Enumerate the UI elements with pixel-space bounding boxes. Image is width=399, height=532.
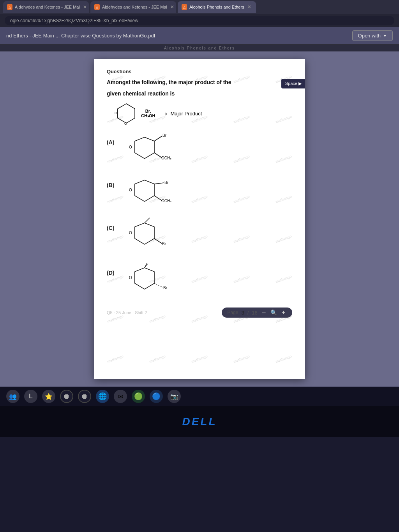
- svg-line-14: [154, 183, 164, 184]
- svg-marker-11: [135, 180, 154, 201]
- reagent-line2: CH₃OH: [141, 113, 155, 118]
- taskbar-icon-blue[interactable]: 🔵: [150, 390, 163, 403]
- tab-2-close[interactable]: ✕: [169, 4, 175, 10]
- tab-1[interactable]: △ Aldehydes and Ketones - JEE Mai ✕: [3, 1, 89, 13]
- question-text-line2: given chemical reaction is: [107, 90, 292, 98]
- address-text: ogle.com/file/d/1xjqhBSzF29QZVmXQ2IF85-X…: [10, 18, 138, 23]
- option-d-label: (D): [107, 262, 118, 276]
- l-icon: L: [29, 393, 33, 400]
- svg-marker-4: [135, 137, 154, 159]
- tab-3-close[interactable]: ✕: [247, 4, 252, 10]
- option-c-label: (C): [107, 217, 118, 231]
- option-b-svg: O Br OCH₃: [123, 174, 174, 209]
- question-text-line1: Amongst the following, the major product…: [107, 78, 292, 87]
- edge-icon: 🌐: [98, 392, 107, 401]
- option-c-svg: O OCH₃ Br: [123, 217, 174, 254]
- option-d-svg: O OCH₃ Br: [123, 262, 174, 299]
- camera-icon: 📷: [170, 393, 178, 400]
- taskbar-icon-green[interactable]: 🟢: [132, 390, 145, 403]
- tab-2[interactable]: △ Aldehydes and Ketones - JEE Mai ✕: [90, 1, 176, 13]
- options-grid: (A) O Br OCH₃: [107, 131, 292, 300]
- wm-cell: mathongo: [215, 293, 268, 345]
- svg-text:O: O: [124, 122, 127, 125]
- pdf-subtitle: Alcohols Phenols and Ethers: [164, 46, 235, 50]
- section-label: Questions: [107, 69, 292, 74]
- svg-text:O: O: [129, 231, 132, 235]
- circle2-icon: ⏺: [81, 392, 88, 401]
- tab-1-close[interactable]: ✕: [82, 4, 88, 10]
- page-label: Page: [227, 310, 238, 315]
- tab-2-icon: △: [94, 4, 100, 10]
- question-text-bold: Amongst the following, the major product…: [107, 79, 231, 85]
- svg-marker-18: [135, 223, 154, 244]
- svg-text:O: O: [129, 188, 132, 192]
- taskbar-icon-l[interactable]: L: [24, 390, 37, 403]
- taskbar-icon-edge[interactable]: 🌐: [96, 390, 109, 403]
- open-with-label: Open with: [358, 33, 381, 39]
- tab-1-label: Aldehydes and Ketones - JEE Mai: [15, 5, 80, 9]
- open-with-button[interactable]: Open with ▼: [352, 30, 393, 41]
- svg-marker-0: [118, 104, 135, 123]
- users-icon: 👥: [9, 393, 17, 400]
- page-nav: Page 3 / 16 – 🔍 +: [222, 308, 292, 318]
- taskbar-icon-star[interactable]: ⭐: [42, 390, 55, 403]
- tab-3-label: Alcohols Phenols and Ethers: [189, 5, 244, 9]
- svg-line-16: [154, 196, 162, 201]
- svg-text:Br: Br: [162, 242, 166, 246]
- svg-line-23: [154, 239, 162, 244]
- address-bar[interactable]: ogle.com/file/d/1xjqhBSzF29QZVmXQ2IF85-X…: [5, 16, 394, 25]
- mail-icon: ✉: [118, 393, 123, 400]
- question-footer-label: Q5 · 25 June · Shift 2: [107, 310, 147, 315]
- option-a-label: (A): [107, 131, 118, 145]
- option-c-structure: O OCH₃ Br: [123, 217, 174, 256]
- svg-line-21: [145, 218, 150, 223]
- star-icon: ⭐: [45, 393, 53, 400]
- svg-text:Br: Br: [164, 180, 169, 185]
- tab-1-icon: △: [7, 4, 12, 10]
- circle1-icon: ⏺: [63, 392, 70, 401]
- space-hint: Space ▶: [281, 79, 305, 88]
- svg-marker-25: [135, 268, 154, 289]
- option-b-label: (B): [107, 174, 118, 188]
- page-total: 16: [252, 310, 257, 316]
- option-a-structure: O Br OCH₃: [123, 131, 174, 168]
- wm-cell: mathongo: [215, 333, 268, 379]
- subtitle-strip: Alcohols Phenols and Ethers: [0, 44, 399, 51]
- svg-line-7: [154, 136, 162, 141]
- option-a-svg: O Br OCH₃: [123, 131, 174, 166]
- page-plus-button[interactable]: +: [280, 309, 287, 316]
- wm-cell: mathongo: [131, 333, 184, 379]
- taskbar-icon-users[interactable]: 👥: [6, 390, 19, 403]
- taskbar: 👥 L ⭐ ⏺ ⏺ 🌐 ✉ 🟢 🔵 📷: [0, 387, 399, 406]
- pdf-title: nd Ethers - JEE Main ... Chapter wise Qu…: [6, 33, 348, 39]
- blue-icon: 🔵: [152, 392, 161, 401]
- reaction-row: O O Br, CH₃OH ⟶ Major Product: [115, 102, 292, 125]
- pdf-viewer: mathongo mathongo mathongo mathongo math…: [0, 51, 399, 387]
- taskbar-icon-camera[interactable]: 📷: [168, 390, 181, 403]
- page-minus-button[interactable]: –: [261, 309, 267, 316]
- tab-3-icon: △: [182, 4, 187, 10]
- taskbar-icon-circle2[interactable]: ⏺: [78, 390, 91, 403]
- page-separator: /: [247, 310, 249, 316]
- green-icon: 🟢: [134, 392, 143, 401]
- option-c-row: (C) O OCH₃ Br: [107, 217, 292, 256]
- svg-text:O: O: [129, 145, 132, 149]
- dell-logo: DELL: [182, 415, 217, 428]
- taskbar-icon-mail[interactable]: ✉: [114, 390, 127, 403]
- pdf-toolbar: nd Ethers - JEE Main ... Chapter wise Qu…: [0, 27, 399, 44]
- wm-cell: mathongo: [173, 293, 226, 345]
- taskbar-icon-circle1[interactable]: ⏺: [60, 390, 73, 403]
- space-hint-text: Space ▶: [285, 81, 302, 86]
- svg-text:OCH₃: OCH₃: [161, 199, 171, 203]
- reagent-box: Br, CH₃OH: [141, 109, 155, 118]
- svg-text:Br: Br: [162, 133, 167, 138]
- reaction-arrow-icon: ⟶: [158, 110, 167, 117]
- option-b-row: (B) O Br OCH₃: [107, 174, 292, 211]
- tab-2-label: Aldehydes and Ketones - JEE Mai: [102, 5, 167, 9]
- wm-cell: mathongo: [94, 293, 142, 345]
- svg-line-31: [154, 283, 163, 288]
- tab-3[interactable]: △ Alcohols Phenols and Ethers ✕: [178, 1, 256, 13]
- page-current: 3: [241, 310, 244, 316]
- option-d-structure: O OCH₃ Br: [123, 262, 174, 300]
- svg-text:OCH₃: OCH₃: [146, 217, 156, 218]
